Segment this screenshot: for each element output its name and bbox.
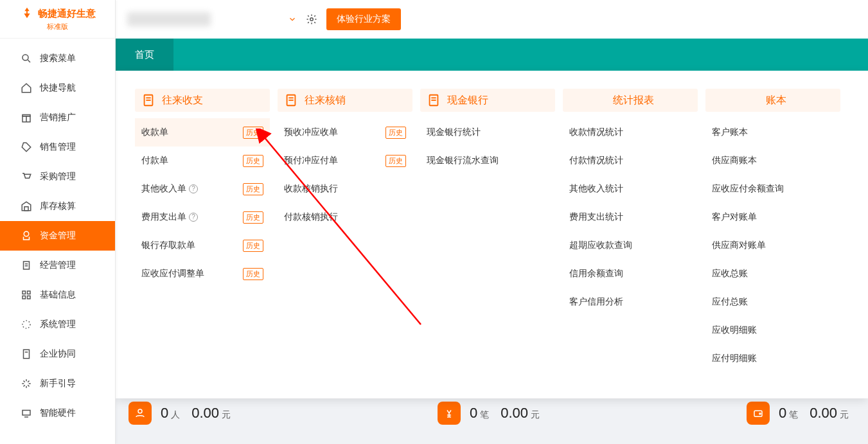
- mega-item[interactable]: 信用余额查询: [563, 260, 698, 288]
- mega-item[interactable]: 应收应付余额查询: [705, 175, 840, 203]
- sidebar-item-label: 企业协同: [40, 348, 76, 360]
- mega-item[interactable]: 应付明细账: [705, 344, 840, 373]
- mega-item[interactable]: 现金银行流水查询: [420, 147, 555, 175]
- sidebar-item-system[interactable]: 系统管理: [0, 310, 115, 339]
- sidebar-item-marketing[interactable]: 营销推广: [0, 103, 115, 132]
- mega-item-label: 供应商对账单: [712, 240, 766, 251]
- mega-item-label: 其他收入统计: [569, 183, 623, 195]
- sidebar-item-hardware[interactable]: 智能硬件: [0, 398, 115, 428]
- svg-point-34: [759, 413, 761, 414]
- mega-column: 统计报表收款情况统计付款情况统计其他收入统计费用支出统计超期应收款查询信用余额查…: [563, 89, 698, 373]
- history-tag[interactable]: 历史: [385, 155, 406, 167]
- history-tag[interactable]: 历史: [243, 211, 263, 224]
- user-stat-icon: [128, 402, 152, 425]
- mega-menu-panel: 往来收支收款单历史付款单历史其他收入单?历史费用支出单?历史银行存取款单历史应收…: [116, 71, 868, 398]
- sidebar-item-search[interactable]: 搜索菜单: [0, 44, 115, 73]
- mega-item[interactable]: 收款核销执行: [278, 175, 412, 203]
- sidebar-item-sales[interactable]: 销售管理: [0, 132, 115, 162]
- sidebar-item-purchase[interactable]: 采购管理: [0, 162, 115, 191]
- mega-item[interactable]: 其他收入单?历史: [135, 175, 270, 203]
- sidebar-item-label: 销售管理: [40, 141, 76, 153]
- svg-point-13: [22, 321, 30, 328]
- mega-column: 账本客户账本供应商账本应收应付余额查询客户对账单供应商对账单应收总账应付总账应收…: [705, 89, 840, 373]
- history-tag[interactable]: 历史: [243, 268, 263, 280]
- stat-unit: 笔: [789, 409, 798, 421]
- tv-icon: [21, 407, 32, 419]
- mega-column-title: 现金银行: [447, 94, 488, 107]
- sidebar-item-label: 采购管理: [40, 171, 76, 182]
- sidebar-item-business[interactable]: 经营管理: [0, 251, 115, 280]
- history-tag[interactable]: 历史: [243, 240, 263, 252]
- clipboard-icon: [21, 260, 32, 271]
- sidebar-item-label: 新手引导: [40, 378, 76, 389]
- mega-item[interactable]: 收款单历史: [135, 118, 270, 147]
- history-tag[interactable]: 历史: [385, 127, 406, 139]
- svg-point-5: [24, 231, 29, 236]
- mega-item[interactable]: 应付总账: [705, 288, 840, 316]
- help-icon[interactable]: ?: [189, 184, 198, 193]
- mega-item-label: 客户账本: [712, 127, 748, 138]
- stat-unit: 人: [171, 409, 180, 421]
- history-tag[interactable]: 历史: [243, 127, 263, 139]
- stat-count: 0: [470, 405, 477, 422]
- mega-item[interactable]: 供应商对账单: [705, 231, 840, 260]
- try-industry-button[interactable]: 体验行业方案: [326, 8, 401, 30]
- mega-item[interactable]: 现金银行统计: [420, 118, 555, 147]
- bottom-stats-row: 0人0.00元 0笔0.00元 0笔0.00元: [128, 402, 849, 425]
- mega-item-label: 费用支出统计: [569, 211, 623, 223]
- sidebar-item-basics[interactable]: 基础信息: [0, 280, 115, 310]
- loading-icon: [21, 319, 32, 330]
- mega-item[interactable]: 应收总账: [705, 260, 840, 288]
- sidebar-item-collab[interactable]: 企业协同: [0, 339, 115, 369]
- brand-icon: [20, 6, 34, 21]
- history-tag[interactable]: 历史: [243, 155, 263, 167]
- tag-icon: [21, 141, 32, 153]
- mega-item[interactable]: 付款单历史: [135, 147, 270, 175]
- help-icon[interactable]: ?: [189, 213, 198, 222]
- mega-item-label: 其他收入单?: [141, 183, 198, 195]
- svg-rect-14: [24, 350, 30, 359]
- sidebar-item-label: 智能硬件: [40, 407, 76, 419]
- mega-item[interactable]: 收款情况统计: [563, 118, 698, 147]
- gear-icon[interactable]: [306, 13, 317, 25]
- sidebar-nav: 搜索菜单 快捷导航 营销推广 销售管理 采购管理 库存核算 资金管理 经营管理: [0, 39, 115, 428]
- grid-icon: [21, 289, 32, 301]
- mega-item[interactable]: 付款核销执行: [278, 203, 412, 231]
- mega-item-label: 银行存取款单: [141, 240, 195, 251]
- mega-item[interactable]: 应收应付调整单历史: [135, 260, 270, 288]
- mega-column-title: 往来收支: [162, 94, 203, 107]
- mega-item[interactable]: 预付冲应付单历史: [278, 147, 412, 175]
- mega-item-label: 现金银行流水查询: [427, 155, 499, 166]
- mega-item[interactable]: 超期应收款查询: [563, 231, 698, 260]
- tab-home[interactable]: 首页: [116, 39, 173, 71]
- mega-item[interactable]: 费用支出统计: [563, 203, 698, 231]
- sidebar-item-inventory[interactable]: 库存核算: [0, 191, 115, 221]
- doc-icon: [284, 93, 298, 107]
- sidebar-item-label: 搜索菜单: [40, 53, 76, 64]
- mega-item[interactable]: 供应商账本: [705, 147, 840, 175]
- mega-item[interactable]: 客户账本: [705, 118, 840, 147]
- stat-unit: 元: [531, 409, 540, 421]
- mega-item-label: 收款情况统计: [569, 127, 623, 138]
- sidebar-item-guide[interactable]: 新手引导: [0, 369, 115, 398]
- mega-item[interactable]: 付款情况统计: [563, 147, 698, 175]
- history-tag[interactable]: 历史: [243, 183, 263, 195]
- mega-item[interactable]: 银行存取款单历史: [135, 231, 270, 260]
- mega-item-label: 客户对账单: [712, 211, 757, 223]
- mega-item[interactable]: 预收冲应收单历史: [278, 118, 412, 147]
- org-name-masked: [127, 12, 211, 26]
- stat-amount: 0.00: [191, 405, 219, 422]
- org-selector[interactable]: [127, 12, 297, 26]
- sidebar-item-funds[interactable]: 资金管理: [0, 221, 115, 251]
- brand-edition: 标准版: [47, 22, 68, 31]
- mega-item[interactable]: 客户信用分析: [563, 288, 698, 316]
- mega-item[interactable]: 费用支出单?历史: [135, 203, 270, 231]
- stat-amount: 0.00: [810, 405, 837, 422]
- sidebar-item-quicknav[interactable]: 快捷导航: [0, 73, 115, 103]
- stat-card-transactions: 0笔0.00元: [438, 402, 540, 425]
- mega-item[interactable]: 客户对账单: [705, 203, 840, 231]
- mega-item[interactable]: 其他收入统计: [563, 175, 698, 203]
- mega-item-label: 预付冲应付单: [284, 155, 338, 166]
- mega-item-label: 应收应付余额查询: [712, 183, 784, 195]
- mega-item[interactable]: 应收明细账: [705, 316, 840, 344]
